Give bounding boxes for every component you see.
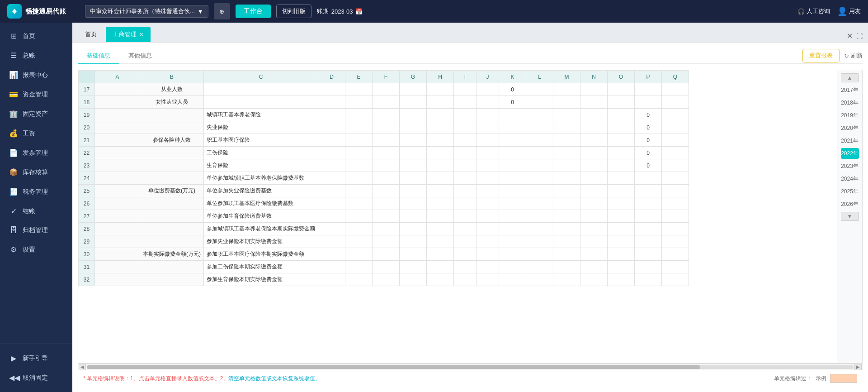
cell-25-p[interactable] (635, 185, 662, 197)
cell-26-p[interactable] (635, 197, 662, 210)
cell-29-c[interactable]: 参加失业保险本期实际缴费金额 (204, 235, 318, 248)
cell-32-o[interactable] (608, 273, 635, 286)
cell-28-c[interactable]: 参加城镇职工基本养老保险本期实际缴费金额 (204, 223, 318, 235)
cell-21-m[interactable] (553, 134, 580, 147)
year-2019-button[interactable]: 2019年 (841, 110, 859, 121)
cell-28-b[interactable] (140, 223, 204, 235)
cell-27-e[interactable] (345, 210, 373, 223)
cell-21-o[interactable] (608, 134, 635, 147)
sidebar-item-archive[interactable]: 🗄 归档管理 (0, 221, 72, 240)
cell-23-h[interactable] (427, 159, 454, 172)
cell-19-c[interactable]: 城镇职工基本养老保险 (204, 109, 318, 121)
cell-31-d[interactable] (318, 261, 345, 273)
cell-27-b[interactable] (140, 210, 204, 223)
cell-28-i[interactable] (454, 223, 476, 235)
cell-26-n[interactable] (580, 197, 608, 210)
cell-30-c[interactable]: 参加职工基本医疗保险本期实际缴费金额 (204, 248, 318, 261)
cell-21-j[interactable] (476, 134, 499, 147)
sidebar-item-closing[interactable]: ✓ 结账 (0, 201, 72, 221)
cell-23-e[interactable] (345, 159, 373, 172)
cell-32-m[interactable] (553, 273, 580, 286)
cell-26-h[interactable] (427, 197, 454, 210)
cell-21-p[interactable]: 0 (635, 134, 662, 147)
cell-24-c[interactable]: 单位参加城镇职工基本养老保险缴费基数 (204, 172, 318, 185)
cell-29-g[interactable] (400, 235, 427, 248)
cell-32-c[interactable]: 参加生育保险本期实际缴费金额 (204, 273, 318, 286)
sidebar-item-tax[interactable]: 🧾 税务管理 (0, 182, 72, 201)
cell-24-e[interactable] (345, 172, 373, 185)
scroll-left-button[interactable]: ◀ (79, 364, 86, 370)
cell-18-n[interactable] (580, 96, 608, 109)
sidebar-item-unpin[interactable]: ◀◀ 取消固定 (0, 368, 72, 387)
sub-tab-basic-info[interactable]: 基础信息 (78, 48, 119, 64)
cell-24-g[interactable] (400, 172, 427, 185)
cell-31-n[interactable] (580, 261, 608, 273)
cell-19-d[interactable] (318, 109, 345, 121)
cell-30-b[interactable]: 本期实际缴费金额(万元) (140, 248, 204, 261)
cell-20-d[interactable] (318, 121, 345, 134)
cell-30-j[interactable] (476, 248, 499, 261)
cell-27-l[interactable] (526, 210, 553, 223)
cell-27-p[interactable] (635, 210, 662, 223)
cell-23-n[interactable] (580, 159, 608, 172)
cell-18-m[interactable] (553, 96, 580, 109)
cell-32-n[interactable] (580, 273, 608, 286)
cell-28-p[interactable] (635, 223, 662, 235)
cell-25-b[interactable]: 单位缴费基数(万元) (140, 185, 204, 197)
cell-17-e[interactable] (345, 83, 373, 96)
cell-26-b[interactable] (140, 197, 204, 210)
cell-19-l[interactable] (526, 109, 553, 121)
year-scroll-down-button[interactable]: ▼ (841, 212, 859, 221)
cell-19-o[interactable] (608, 109, 635, 121)
sidebar-item-ledger[interactable]: ☰ 总账 (0, 46, 72, 65)
cell-17-k[interactable]: 0 (499, 83, 526, 96)
cell-20-p[interactable]: 0 (635, 121, 662, 134)
cell-25-m[interactable] (553, 185, 580, 197)
cell-27-d[interactable] (318, 210, 345, 223)
year-2022-button[interactable]: 2022年 (841, 148, 859, 159)
cell-25-l[interactable] (526, 185, 553, 197)
cell-27-g[interactable] (400, 210, 427, 223)
cell-24-b[interactable] (140, 172, 204, 185)
user-service-button[interactable]: 🎧 人工咨询 (797, 7, 830, 15)
cell-29-k[interactable] (499, 235, 526, 248)
sidebar-item-payroll[interactable]: 💰 工资 (0, 124, 72, 143)
cell-22-h[interactable] (427, 147, 454, 159)
cell-27-j[interactable] (476, 210, 499, 223)
cell-25-q[interactable] (662, 185, 689, 197)
cell-18-a[interactable] (95, 96, 140, 109)
cell-20-k[interactable] (499, 121, 526, 134)
cell-30-p[interactable] (635, 248, 662, 261)
cell-30-a[interactable] (95, 248, 140, 261)
cell-22-f[interactable] (373, 147, 400, 159)
cell-31-c[interactable]: 参加工伤保险本期实际缴费金额 (204, 261, 318, 273)
cell-22-j[interactable] (476, 147, 499, 159)
sidebar-item-invoice[interactable]: 📄 发票管理 (0, 143, 72, 163)
cell-19-m[interactable] (553, 109, 580, 121)
cell-27-q[interactable] (662, 210, 689, 223)
cell-26-l[interactable] (526, 197, 553, 210)
cell-25-o[interactable] (608, 185, 635, 197)
cell-26-c[interactable]: 单位参加职工基本医疗保险缴费基数 (204, 197, 318, 210)
cell-25-j[interactable] (476, 185, 499, 197)
cell-27-o[interactable] (608, 210, 635, 223)
cell-20-g[interactable] (400, 121, 427, 134)
scroll-track[interactable] (87, 365, 854, 369)
cell-23-q[interactable] (662, 159, 689, 172)
cell-17-b[interactable]: 从业人数 (140, 83, 204, 96)
cell-22-n[interactable] (580, 147, 608, 159)
cell-18-j[interactable] (476, 96, 499, 109)
cell-28-h[interactable] (427, 223, 454, 235)
cell-30-i[interactable] (454, 248, 476, 261)
calendar-icon[interactable]: 📅 (355, 8, 363, 15)
cell-18-o[interactable] (608, 96, 635, 109)
cell-21-q[interactable] (662, 134, 689, 147)
cell-20-a[interactable] (95, 121, 140, 134)
cell-17-n[interactable] (580, 83, 608, 96)
cell-30-e[interactable] (345, 248, 373, 261)
scroll-right-button[interactable]: ▶ (854, 364, 862, 370)
cell-25-g[interactable] (400, 185, 427, 197)
close-window-icon[interactable]: ✕ (847, 32, 853, 40)
cell-30-o[interactable] (608, 248, 635, 261)
cell-24-i[interactable] (454, 172, 476, 185)
